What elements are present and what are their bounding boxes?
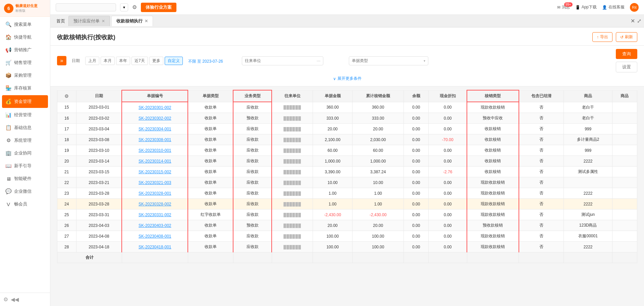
row-goods2 — [612, 242, 637, 252]
voucher-link[interactable]: SK-20230328-001 — [139, 191, 171, 196]
tab-home[interactable]: 首页 — [53, 16, 68, 26]
topbar-search-input[interactable] — [56, 3, 116, 11]
sidebar-item-enterprise[interactable]: 🏢 企业协同 — [0, 147, 50, 160]
date-btn-7days[interactable]: 近7天 — [131, 57, 148, 65]
voucher-link[interactable]: SK-20230301-002 — [139, 105, 171, 110]
row-voucher-no[interactable]: SK-20230314-001 — [122, 156, 188, 167]
row-voucher-no[interactable]: SK-20230408-001 — [122, 231, 188, 242]
sidebar-item-member[interactable]: V 畅会员 — [0, 198, 50, 210]
tab-prepayment[interactable]: 预计应应付单 ✕ — [68, 16, 110, 26]
settings-bottom-icon[interactable]: ⚙ — [3, 296, 8, 303]
row-voucher-no[interactable]: SK-20230321-003 — [122, 177, 188, 188]
row-voucher-no[interactable]: SK-20230302-002 — [122, 113, 188, 124]
row-date: 2023-03-28 — [76, 188, 122, 199]
unit-filter-dots[interactable]: ··· — [317, 58, 321, 63]
date-btn-custom[interactable]: 自定义 — [165, 57, 183, 65]
app-download-btn[interactable]: 📱 App下载 — [575, 4, 597, 10]
tab-collection[interactable]: 收款核销执行 ✕ — [111, 16, 153, 26]
sidebar-item-sales[interactable]: 🛒 销售管理 — [0, 56, 50, 69]
row-include-settled: 否 — [519, 167, 564, 177]
row-voucher-type: 收款单 — [188, 134, 233, 145]
export-btn[interactable]: ↑ 导出 — [592, 32, 612, 42]
row-voucher-no[interactable]: SK-20230403-002 — [122, 220, 188, 231]
row-goods2 — [612, 167, 637, 177]
row-voucher-no[interactable]: SK-20230315-002 — [122, 167, 188, 177]
voucher-link[interactable]: SK-20230408-001 — [139, 234, 171, 239]
voucher-link[interactable]: SK-20230302-002 — [139, 116, 171, 121]
row-cancel-type: 现款收款核销 — [467, 102, 519, 113]
date-btn-this-year[interactable]: 本年 — [116, 57, 130, 65]
sidebar-item-wechat[interactable]: 💬 企业微信 — [0, 185, 50, 198]
col-balance: 余额 — [404, 90, 429, 102]
voucher-link[interactable]: SK-20230308-001 — [139, 137, 171, 142]
topbar-gear-icon[interactable]: ⚙ — [132, 4, 137, 10]
collapse-icon[interactable]: ◀◀ — [11, 296, 19, 303]
row-cancel-type: 预收款核销 — [467, 220, 519, 231]
main-area: ▾ ⚙ 体验行业方案 ✉ 消息 99+ 📱 App下载 👤 在线客服 Rit 首… — [50, 0, 644, 306]
industry-btn[interactable]: 体验行业方案 — [141, 3, 176, 12]
topbar-dropdown-btn[interactable]: ▾ — [120, 3, 128, 11]
voucher-link[interactable]: SK-20230315-002 — [139, 170, 171, 174]
row-voucher-no[interactable]: SK-20230304-001 — [122, 124, 188, 134]
user-avatar[interactable]: Rit — [630, 3, 639, 12]
row-voucher-no[interactable]: SK-20230308-001 — [122, 134, 188, 145]
row-no: 24 — [57, 199, 76, 209]
voucher-link[interactable]: SK-20230304-001 — [139, 127, 171, 131]
tab-collection-close[interactable]: ✕ — [145, 19, 148, 23]
sales-icon: 🛒 — [5, 60, 11, 66]
voucher-link[interactable]: SK-20230314-001 — [139, 159, 171, 164]
voucher-link[interactable]: SK-20230418-001 — [139, 245, 171, 249]
message-icon: ✉ — [557, 5, 560, 10]
sidebar-item-search[interactable]: 🔍 搜索菜单 — [0, 18, 50, 31]
row-voucher-no[interactable]: SK-20230418-001 — [122, 242, 188, 252]
date-btn-last-month[interactable]: 上月 — [85, 57, 99, 65]
sidebar-item-finance[interactable]: 💰 资金管理 — [2, 95, 48, 108]
tab-expand-icon[interactable]: ⤢ — [637, 18, 641, 24]
row-accum: 10.00 — [353, 177, 404, 188]
voucher-type-input[interactable] — [371, 58, 422, 63]
online-service-btn[interactable]: 👤 在线客服 — [602, 4, 625, 10]
sidebar-item-guide[interactable]: 📖 新手引导 — [0, 160, 50, 172]
sidebar-item-operation[interactable]: 📊 经营管理 — [0, 109, 50, 121]
row-amount: 100.00 — [313, 231, 353, 242]
sidebar-item-marketing[interactable]: 📢 营销推广 — [0, 44, 50, 56]
tab-close-all-icon[interactable]: ✕ — [631, 18, 635, 24]
sidebar-item-basic[interactable]: 📋 基础信息 — [0, 121, 50, 134]
refresh-btn[interactable]: ↺ 刷新 — [616, 32, 637, 42]
col-date: 日期 — [76, 90, 122, 102]
row-voucher-no[interactable]: SK-20230331-002 — [122, 209, 188, 220]
date-btn-more[interactable]: 更多 — [149, 57, 163, 65]
row-counterpart: ██████ — [272, 156, 313, 167]
row-voucher-no[interactable]: SK-20230310-001 — [122, 145, 188, 156]
row-date: 2023-03-01 — [76, 102, 122, 113]
voucher-link[interactable]: SK-20230310-001 — [139, 148, 171, 153]
sidebar-item-purchase[interactable]: 📦 采购管理 — [0, 69, 50, 82]
row-cash-discount: 0.00 — [429, 124, 467, 134]
col-gear[interactable]: ⚙ — [57, 90, 76, 102]
filter-arrow-btn[interactable]: » — [57, 56, 66, 65]
unit-filter-input[interactable] — [264, 58, 315, 63]
date-btn-this-month[interactable]: 本月 — [101, 57, 115, 65]
sidebar-item-system[interactable]: ⚙ 系统管理 — [0, 134, 50, 147]
service-label: 在线客服 — [608, 4, 625, 10]
setting-btn[interactable]: 设置 — [616, 62, 637, 72]
row-include-settled: 否 — [519, 177, 564, 188]
voucher-link[interactable]: SK-20230403-002 — [139, 223, 171, 228]
sidebar-item-hardware[interactable]: 🖥 智能硬件 — [0, 172, 50, 185]
query-btn[interactable]: 查询 — [616, 49, 637, 59]
voucher-link[interactable]: SK-20230321-003 — [139, 180, 171, 185]
messages-btn[interactable]: ✉ 消息 99+ — [557, 4, 570, 10]
sidebar-item-inventory[interactable]: 🏪 库存核算 — [0, 82, 50, 95]
tab-prepayment-close[interactable]: ✕ — [102, 19, 105, 23]
footer-cancel-type — [467, 252, 519, 263]
sidebar-item-quicknav[interactable]: 🏠 快捷导航 — [0, 31, 50, 44]
voucher-link[interactable]: SK-20230331-002 — [139, 212, 171, 217]
row-voucher-no[interactable]: SK-20230328-002 — [122, 199, 188, 209]
row-voucher-no[interactable]: SK-20230301-002 — [122, 102, 188, 113]
sidebar-label-quicknav: 快捷导航 — [14, 34, 32, 40]
row-voucher-no[interactable]: SK-20230328-001 — [122, 188, 188, 199]
table-footer-row: 合计 — [57, 252, 637, 263]
voucher-link[interactable]: SK-20230328-002 — [139, 202, 171, 206]
col-gear-icon[interactable]: ⚙ — [64, 94, 69, 99]
expand-more-btn[interactable]: ∨ 展开更多条件 — [333, 76, 362, 81]
